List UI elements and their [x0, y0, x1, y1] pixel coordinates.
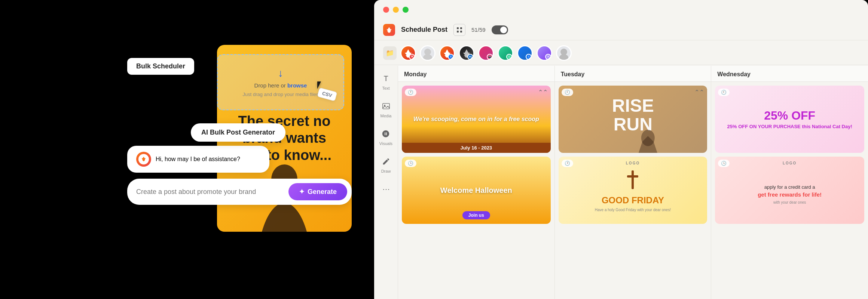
account-avatar-9[interactable] [556, 45, 572, 61]
wednesday-posts: 🕙 25% OFF 25% OFF ON YOUR PURCHASE this … [711, 82, 868, 299]
tuesday-posts: 🕙 ⌃⌃ RISE RUN [555, 82, 711, 299]
credit-card-highlight: get free rewards for life! [758, 191, 822, 198]
wednesday-post-2[interactable]: 🕓 LOGO apply for a credit card a get fre… [715, 157, 864, 224]
credit-card-text: apply for a credit card a [764, 184, 815, 191]
tuesday-post-1[interactable]: 🕙 ⌃⌃ RISE RUN [559, 86, 707, 153]
bot-message-bubble: Hi, how may I be of assistance? [127, 146, 269, 173]
av8-badge: ✕ [545, 54, 551, 60]
monday-header: Monday [398, 66, 554, 82]
account-avatar-6[interactable]: G [498, 45, 513, 61]
media-tool-label: Media [380, 114, 392, 118]
av5-badge: 📷 [487, 54, 493, 60]
svg-rect-15 [632, 170, 634, 189]
account-avatar-4[interactable]: in [459, 45, 474, 61]
account-avatar-1[interactable]: ✕ [400, 45, 416, 61]
av9-face [557, 46, 571, 60]
account-avatar-7[interactable]: f [517, 45, 533, 61]
folder-icon[interactable]: 📁 [383, 46, 397, 60]
credit-card-content: LOGO apply for a credit card a get free … [715, 157, 864, 224]
window-controls [383, 7, 409, 13]
svg-point-9 [559, 54, 568, 60]
account-avatar-2[interactable] [420, 45, 435, 61]
svg-rect-10 [382, 104, 389, 109]
cat-day-content: 25% OFF 25% OFF ON YOUR PURCHASE this Na… [715, 86, 864, 153]
minimize-button[interactable] [393, 7, 399, 13]
tuesday-column: Tuesday 🕙 ⌃⌃ RISE RUN [555, 66, 712, 299]
ice-cream-text-block: We're scooping, come on in for a free sc… [413, 115, 539, 123]
av6-badge: G [506, 54, 512, 60]
ai-bulk-label[interactable]: AI Bulk Post Generator [191, 123, 285, 142]
svg-rect-3 [457, 31, 459, 33]
clock-icon-5: 🕙 [721, 90, 727, 95]
good-friday-text: GOOD FRIDAY [602, 195, 664, 205]
counter-badge: 51/59 [471, 27, 486, 33]
monday-post-1[interactable]: 🕐 ⌃⌃ We're scooping, come on in for a fr… [402, 86, 551, 153]
grid-icon [456, 27, 462, 33]
monday-post-2[interactable]: 🕒 Welcome Halloween Join us [402, 157, 551, 224]
good-friday-logo: LOGO [626, 161, 640, 165]
av3-badge: f [448, 54, 454, 60]
chat-input[interactable] [136, 188, 284, 196]
media-tool-icon [381, 101, 391, 111]
svg-text:RISE: RISE [612, 96, 654, 115]
panel-title: Schedule Post [401, 26, 447, 34]
ai-bulk-label-text: AI Bulk Post Generator [201, 129, 275, 136]
visuals-tool-label: Visuals [379, 141, 392, 146]
tuesday-post-1-time: 🕙 [562, 89, 573, 96]
monday-post-2-time: 🕒 [405, 160, 416, 167]
wednesday-column: Wednesday 🕙 25% OFF 25% OFF ON YOUR PURC… [711, 66, 868, 299]
drop-subtext: Just drag and drop your media files [242, 92, 318, 97]
media-icon-svg [382, 102, 390, 110]
svg-rect-1 [457, 27, 459, 29]
clock-icon-1: 🕐 [408, 90, 413, 95]
panel-header: Schedule Post 51/59 [374, 19, 868, 40]
av1-badge-x: ✕ [411, 55, 413, 58]
close-button[interactable] [383, 7, 389, 13]
monday-column: Monday 🕐 ⌃⌃ We're scooping, come on in f… [398, 66, 555, 299]
generate-label: Generate [308, 188, 337, 196]
brand-logo-icon [386, 27, 392, 33]
tool-visuals[interactable]: Visuals [379, 129, 392, 146]
svg-point-7 [423, 54, 432, 60]
halloween-headline: Welcome Halloween [440, 186, 512, 195]
svg-rect-2 [460, 27, 462, 29]
ice-cream-headline: We're scooping, come on in for a free sc… [413, 115, 539, 123]
halloween-join-label: Join us [462, 211, 490, 219]
maximize-button[interactable] [403, 7, 409, 13]
account-avatar-5[interactable]: 📷 [478, 45, 494, 61]
wednesday-post-1[interactable]: 🕙 25% OFF 25% OFF ON YOUR PURCHASE this … [715, 86, 864, 153]
text-tool-icon: T [381, 73, 391, 84]
tuesday-post-2[interactable]: 🕑 LOGO GOOD FRIDAY [559, 157, 707, 224]
av4-badge: in [467, 54, 473, 60]
wednesday-header: Wednesday [711, 66, 868, 82]
monday-post-1-time: 🕐 [405, 89, 416, 96]
clock-icon-3: 🕙 [565, 90, 570, 95]
cross-svg [625, 169, 640, 191]
generate-button[interactable]: ✦ Generate [288, 183, 347, 200]
credit-card-subtext: with your dear ones [773, 200, 806, 204]
right-panel: Schedule Post 51/59 📁 ✕ [374, 0, 868, 299]
drop-arrow-icon: ↓ [278, 67, 283, 79]
browse-link[interactable]: browse [287, 82, 307, 89]
cat-day-text: 25% OFF ON YOUR PURCHASE this National C… [727, 124, 852, 129]
clock-icon-2: 🕒 [408, 161, 413, 166]
visuals-icon-svg [382, 130, 390, 138]
account-avatar-3[interactable]: f [439, 45, 455, 61]
expand-icon-1[interactable]: ⌃⌃ [538, 89, 548, 96]
bot-message-text: Hi, how may I be of assistance? [156, 156, 240, 163]
av7-badge: f [526, 54, 532, 60]
drop-zone[interactable]: ↓ Drop here or browse Just drag and drop… [217, 54, 344, 110]
account-avatar-8[interactable]: ✕ [537, 45, 552, 61]
av1-badge: ✕ [409, 54, 415, 60]
monday-posts: 🕐 ⌃⌃ We're scooping, come on in for a fr… [398, 82, 554, 299]
halloween-text-block: Welcome Halloween [440, 186, 512, 195]
visuals-tool-icon [380, 129, 391, 139]
tool-media[interactable]: Media [380, 101, 392, 118]
tool-text[interactable]: T Text [381, 73, 391, 90]
chat-input-row: ✦ Generate [127, 179, 352, 205]
toggle-switch[interactable] [492, 25, 508, 34]
expand-icon-2[interactable]: ⌃⌃ [694, 89, 704, 96]
bulk-scheduler-label[interactable]: Bulk Scheduler [127, 58, 194, 75]
grid-view-button[interactable] [453, 24, 465, 36]
calendar-area: T Text Media Vis [374, 66, 868, 299]
